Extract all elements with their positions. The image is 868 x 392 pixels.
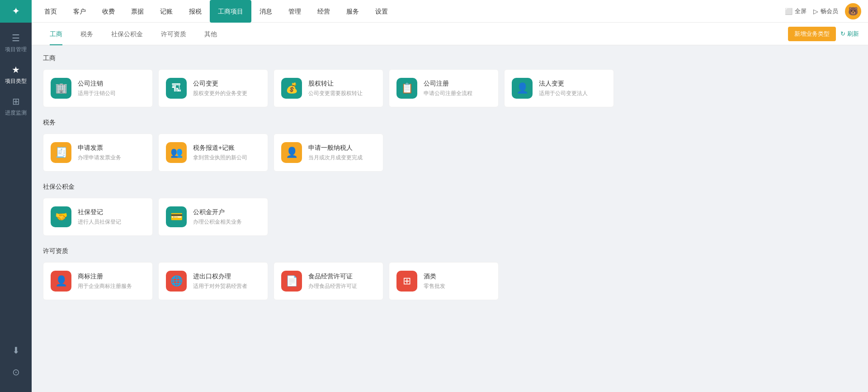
nav-item-message[interactable]: 消息 [251,0,280,23]
card-title-company-register: 公司注册 [424,80,472,88]
tax-report-icon: 👥 [166,142,187,163]
refresh-label: 刷新 [847,30,859,38]
card-apply-invoice[interactable]: 🧾 申请发票 办理申请发票业务 [43,134,153,172]
tab-business[interactable]: 工商 [41,23,71,45]
company-register-icon: 📋 [396,78,417,99]
social-insurance-cards-grid: 🤝 社保登记 进行人员社保登记 💳 公积金开户 办理公积金相关业务 [43,198,857,236]
card-social-insurance-register[interactable]: 🤝 社保登记 进行人员社保登记 [43,198,153,236]
refresh-icon: ↻ [840,30,845,37]
food-license-icon: 📄 [281,271,302,292]
card-title-company-change: 公司变更 [193,80,247,88]
tab-other[interactable]: 其他 [195,23,226,45]
sidebar-item-download[interactable]: ⬇ [10,339,22,361]
equity-transfer-icon: 💰 [281,78,302,99]
fullscreen-label: 全屏 [795,7,807,15]
nav-item-client[interactable]: 客户 [65,0,94,23]
fullscreen-button[interactable]: ⬜ 全屏 [785,7,807,15]
nav-item-fee[interactable]: 收费 [94,0,123,23]
card-desc-apply-invoice: 办理申请发票业务 [78,154,121,162]
nav-item-service[interactable]: 服务 [338,0,367,23]
company-cancel-icon: 🏢 [51,78,71,99]
star-icon: ★ [12,64,20,75]
card-equity-transfer[interactable]: 💰 股权转让 公司变更需要股权转让 [274,69,383,107]
card-title-social-insurance: 社保登记 [78,208,121,216]
avatar-icon: 🐻 [848,6,858,16]
grid-icon: ⊞ [12,96,20,107]
nav-item-bookkeep[interactable]: 记账 [152,0,181,23]
nav-item-operation[interactable]: 经营 [309,0,338,23]
card-company-change[interactable]: 🏗 公司变更 股权变更外的业务变更 [158,69,268,107]
card-company-cancel[interactable]: 🏢 公司注销 适用于注销公司 [43,69,153,107]
card-company-register[interactable]: 📋 公司注册 申请公司注册全流程 [389,69,499,107]
card-alcohol[interactable]: ⊞ 酒类 零售批发 [389,262,499,300]
member-button[interactable]: ▷ 畅会员 [813,7,838,15]
fund-account-icon: 💳 [166,206,187,227]
card-title-alcohol: 酒类 [424,272,445,281]
alcohol-icon: ⊞ [396,271,417,292]
card-fund-account[interactable]: 💳 公积金开户 办理公积金相关业务 [158,198,268,236]
social-insurance-icon: 🤝 [51,206,71,227]
card-tax-report[interactable]: 👥 税务报道+记账 拿到营业执照的新公司 [158,134,268,172]
card-desc-social-insurance: 进行人员社保登记 [78,218,121,226]
card-desc-company-change: 股权变更外的业务变更 [193,90,247,97]
top-navigation: ✦ 首页 客户 收费 票据 记账 报税 工商项目 消息 管理 经营 服务 设置 … [0,0,868,23]
card-legal-person-change[interactable]: 👤 法人变更 适用于公司变更法人 [504,69,614,107]
tab-social-insurance[interactable]: 社保公积金 [102,23,152,45]
nav-item-home[interactable]: 首页 [36,0,65,23]
nav-item-business[interactable]: 工商项目 [210,0,251,23]
sidebar-label-progress-monitor: 进度监测 [5,109,27,117]
tab-license[interactable]: 许可资质 [152,23,195,45]
card-trademark-register[interactable]: 👤 商标注册 用于企业商标注册服务 [43,262,153,300]
list-icon: ☰ [12,33,20,43]
tab-tax[interactable]: 税务 [71,23,102,45]
license-cards-grid: 👤 商标注册 用于企业商标注册服务 🌐 进出口权办理 适用于对外贸易经营者 📄 [43,262,857,300]
card-desc-fund-account: 办理公积金相关业务 [193,218,242,226]
nav-item-bill[interactable]: 票据 [123,0,152,23]
logo-icon: ✦ [12,5,20,17]
card-general-taxpayer[interactable]: 👤 申请一般纳税人 当月或次月成变更完成 [274,134,383,172]
avatar[interactable]: 🐻 [845,3,861,19]
card-food-license[interactable]: 📄 食品经营许可证 办理食品经营许可证 [274,262,383,300]
card-desc-trademark-register: 用于企业商标注册服务 [78,282,132,290]
sidebar-item-help[interactable]: ⊙ [10,361,22,383]
help-icon: ⊙ [12,367,20,378]
card-desc-legal-person-change: 适用于公司变更法人 [539,90,588,97]
sidebar-label-project-management: 项目管理 [5,46,27,53]
download-icon: ⬇ [12,345,20,356]
member-icon: ▷ [813,8,818,15]
sidebar-bottom: ⬇ ⊙ [10,339,22,392]
company-change-icon: 🏗 [166,78,187,99]
card-desc-company-cancel: 适用于注销公司 [78,90,116,97]
general-taxpayer-icon: 👤 [281,142,302,163]
sidebar-item-project-type[interactable]: ★ 项目类型 [0,59,32,91]
card-import-export[interactable]: 🌐 进出口权办理 适用于对外贸易经营者 [158,262,268,300]
sidebar-item-progress-monitor[interactable]: ⊞ 进度监测 [0,91,32,122]
card-desc-food-license: 办理食品经营许可证 [308,282,357,290]
nav-item-manage[interactable]: 管理 [280,0,309,23]
card-desc-import-export: 适用于对外贸易经营者 [193,282,247,290]
section-title-social-insurance: 社保公积金 [43,183,857,191]
main-layout: ☰ 项目管理 ★ 项目类型 ⊞ 进度监测 ⬇ ⊙ 工商 税务 社保公积金 许可资… [0,23,868,392]
card-desc-tax-report: 拿到营业执照的新公司 [193,154,247,162]
card-title-trademark-register: 商标注册 [78,272,132,281]
fullscreen-icon: ⬜ [785,8,793,15]
card-desc-equity-transfer: 公司变更需要股权转让 [308,90,363,97]
tab-bar: 工商 税务 社保公积金 许可资质 其他 新增业务类型 ↻ 刷新 [32,23,868,45]
import-export-icon: 🌐 [166,271,187,292]
nav-item-tax[interactable]: 报税 [181,0,210,23]
refresh-button[interactable]: ↻ 刷新 [840,30,859,38]
logo: ✦ [0,0,32,23]
nav-item-settings[interactable]: 设置 [367,0,396,23]
section-title-business: 工商 [43,54,857,62]
add-type-button[interactable]: 新增业务类型 [788,27,836,41]
trademark-register-icon: 👤 [51,271,71,292]
card-title-legal-person-change: 法人变更 [539,80,588,88]
business-cards-grid: 🏢 公司注销 适用于注销公司 🏗 公司变更 股权变更外的业务变更 💰 [43,69,857,107]
apply-invoice-icon: 🧾 [51,142,71,163]
card-title-apply-invoice: 申请发票 [78,144,121,152]
tax-cards-grid: 🧾 申请发票 办理申请发票业务 👥 税务报道+记账 拿到营业执照的新公司 👤 [43,134,857,172]
card-title-equity-transfer: 股权转让 [308,80,363,88]
scroll-content: 工商 🏢 公司注销 适用于注销公司 🏗 公司变更 股权变更外的业务变更 [32,45,868,392]
card-desc-company-register: 申请公司注册全流程 [424,90,472,97]
sidebar-item-project-management[interactable]: ☰ 项目管理 [0,27,32,59]
